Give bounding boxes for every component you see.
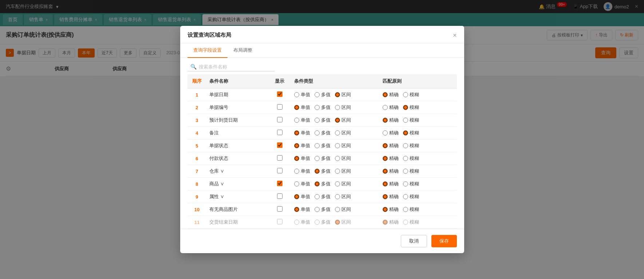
row-type-multi-10[interactable]: 多值 — [315, 219, 331, 225]
row-match-fuzzy-radio-8[interactable] — [403, 194, 408, 199]
row-match-fuzzy-5[interactable]: 模糊 — [403, 155, 419, 162]
cancel-btn[interactable]: 取消 — [401, 235, 427, 247]
row-match-fuzzy-4[interactable]: 模糊 — [403, 142, 419, 149]
row-type-range-9[interactable]: 区间 — [335, 206, 351, 213]
row-type-multi-1[interactable]: 多值 — [315, 104, 331, 111]
row-type-multi-radio-3[interactable] — [315, 130, 320, 135]
row-type-multi-radio-2[interactable] — [315, 118, 320, 123]
row-type-range-3[interactable]: 区间 — [335, 130, 351, 136]
row-display-7[interactable] — [268, 178, 291, 190]
row-type-multi-8[interactable]: 多值 — [315, 193, 331, 200]
row-type-single-radio-3[interactable] — [294, 130, 299, 135]
row-display-8[interactable] — [268, 190, 291, 203]
row-type-range-4[interactable]: 区间 — [335, 142, 351, 149]
row-type-single-6[interactable]: 单值 — [294, 168, 310, 174]
row-type-single-1[interactable]: 单值 — [294, 104, 310, 111]
row-type-range-radio-7[interactable] — [335, 181, 340, 186]
row-match-fuzzy-radio-9[interactable] — [403, 207, 408, 212]
row-type-single-7[interactable]: 单值 — [294, 181, 310, 187]
row-type-multi-2[interactable]: 多值 — [315, 117, 331, 123]
row-type-multi-radio-4[interactable] — [315, 143, 320, 148]
row-type-single-3[interactable]: 单值 — [294, 130, 310, 136]
row-match-precise-radio-9[interactable] — [383, 207, 388, 212]
row-checkbox-4[interactable] — [277, 142, 283, 148]
row-match-fuzzy-6[interactable]: 模糊 — [403, 168, 419, 174]
row-type-range-radio-6[interactable] — [335, 169, 340, 174]
row-type-range-1[interactable]: 区间 — [335, 104, 351, 111]
row-match-precise-radio-6[interactable] — [383, 169, 388, 174]
row-match-precise-radio-3[interactable] — [383, 130, 388, 135]
row-match-fuzzy-8[interactable]: 模糊 — [403, 193, 419, 200]
row-type-range-radio-9[interactable] — [335, 207, 340, 212]
row-match-fuzzy-7[interactable]: 模糊 — [403, 181, 419, 187]
row-type-multi-5[interactable]: 多值 — [315, 155, 331, 162]
row-type-multi-radio-1[interactable] — [315, 105, 320, 110]
row-match-precise-radio-4[interactable] — [383, 143, 388, 148]
row-match-precise-3[interactable]: 精确 — [383, 130, 399, 136]
dialog-tab-layout[interactable]: 布局调整 — [228, 43, 258, 58]
row-type-range-radio-4[interactable] — [335, 143, 340, 148]
row-display-0[interactable] — [268, 89, 291, 101]
save-btn[interactable]: 保存 — [431, 235, 457, 247]
row-match-fuzzy-radio-5[interactable] — [403, 156, 408, 161]
row-type-range-6[interactable]: 区间 — [335, 168, 351, 174]
row-match-fuzzy-radio-2[interactable] — [403, 118, 408, 123]
row-type-range-radio-8[interactable] — [335, 194, 340, 199]
row-type-multi-radio-6[interactable] — [315, 169, 320, 174]
row-display-3[interactable] — [268, 127, 291, 140]
row-type-single-9[interactable]: 单值 — [294, 206, 310, 213]
row-match-precise-4[interactable]: 精确 — [383, 142, 399, 149]
row-checkbox-5[interactable] — [277, 155, 283, 161]
row-display-10[interactable] — [268, 216, 291, 229]
row-match-precise-10[interactable]: 精确 — [383, 219, 399, 225]
row-match-precise-radio-8[interactable] — [383, 194, 388, 199]
row-type-range-0[interactable]: 区间 — [335, 91, 351, 98]
row-type-range-radio-3[interactable] — [335, 130, 340, 135]
row-match-precise-0[interactable]: 精确 — [383, 91, 399, 98]
row-match-precise-radio-1[interactable] — [383, 105, 388, 110]
row-type-single-radio-10[interactable] — [294, 220, 299, 225]
row-type-single-radio-0[interactable] — [294, 92, 299, 97]
row-match-fuzzy-1[interactable]: 模糊 — [403, 104, 419, 111]
row-type-single-4[interactable]: 单值 — [294, 142, 310, 149]
row-match-precise-radio-5[interactable] — [383, 156, 388, 161]
row-type-single-radio-9[interactable] — [294, 207, 299, 212]
row-match-fuzzy-radio-6[interactable] — [403, 169, 408, 174]
row-type-multi-9[interactable]: 多值 — [315, 206, 331, 213]
row-display-6[interactable] — [268, 165, 291, 178]
row-type-single-10[interactable]: 单值 — [294, 219, 310, 225]
row-match-precise-8[interactable]: 精确 — [383, 193, 399, 200]
row-match-precise-2[interactable]: 精确 — [383, 117, 399, 123]
row-checkbox-1[interactable] — [277, 104, 283, 110]
row-type-range-5[interactable]: 区间 — [335, 155, 351, 162]
row-match-precise-radio-0[interactable] — [383, 92, 388, 97]
row-type-range-radio-10[interactable] — [335, 220, 340, 225]
row-type-multi-radio-0[interactable] — [315, 92, 320, 97]
row-match-precise-radio-10[interactable] — [383, 220, 388, 225]
row-match-precise-6[interactable]: 精确 — [383, 168, 399, 174]
row-type-range-7[interactable]: 区间 — [335, 181, 351, 187]
row-match-fuzzy-radio-10[interactable] — [403, 220, 408, 225]
row-match-fuzzy-radio-3[interactable] — [403, 130, 408, 135]
row-match-precise-5[interactable]: 精确 — [383, 155, 399, 162]
row-type-multi-6[interactable]: 多值 — [315, 168, 331, 174]
dialog-close-btn[interactable]: × — [453, 32, 457, 39]
row-type-multi-3[interactable]: 多值 — [315, 130, 331, 136]
row-checkbox-6[interactable] — [277, 168, 283, 173]
row-type-single-0[interactable]: 单值 — [294, 91, 310, 98]
row-type-range-radio-2[interactable] — [335, 118, 340, 123]
row-match-fuzzy-2[interactable]: 模糊 — [403, 117, 419, 123]
row-type-single-8[interactable]: 单值 — [294, 193, 310, 200]
row-type-multi-radio-7[interactable] — [315, 181, 320, 186]
row-display-5[interactable] — [268, 152, 291, 165]
row-match-fuzzy-radio-4[interactable] — [403, 143, 408, 148]
row-match-fuzzy-9[interactable]: 模糊 — [403, 206, 419, 213]
row-type-range-radio-1[interactable] — [335, 105, 340, 110]
row-match-precise-radio-2[interactable] — [383, 118, 388, 123]
row-type-multi-0[interactable]: 多值 — [315, 91, 331, 98]
row-checkbox-0[interactable] — [277, 91, 283, 97]
search-input[interactable] — [199, 64, 272, 70]
row-type-single-radio-8[interactable] — [294, 194, 299, 199]
row-type-single-5[interactable]: 单值 — [294, 155, 310, 162]
row-type-multi-radio-8[interactable] — [315, 194, 320, 199]
